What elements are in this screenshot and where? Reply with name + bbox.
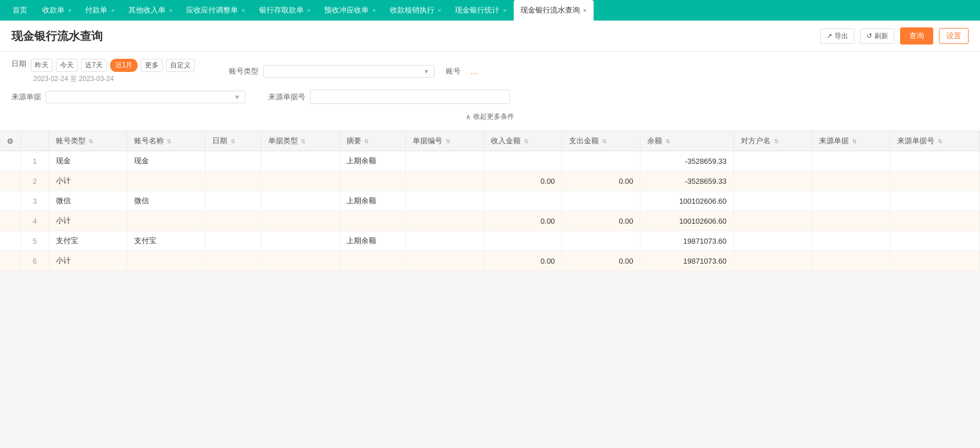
table-header-row: ⚙ 账号类型 ⇅ 账号名称 ⇅ 日期 ⇅ 单据类型 ⇅	[0, 131, 980, 151]
date-filter-group: 日期 昨天 今天 近7天 近1月 更多 自定义 2023-02-24 至 202…	[11, 59, 195, 84]
col-account-name[interactable]: 账号名称 ⇅	[127, 131, 205, 151]
source-doc-no-group: 来源单据号	[268, 90, 510, 104]
cell-balance: -3528659.33	[640, 171, 734, 191]
filter-row-1: 日期 昨天 今天 近7天 近1月 更多 自定义 2023-02-24 至 202…	[11, 59, 969, 84]
sort-icon-11: ⇅	[852, 138, 857, 144]
source-doc-no-input[interactable]	[310, 90, 510, 104]
cell-doc_type	[261, 231, 339, 251]
cell-summary: 上期余额	[339, 151, 405, 171]
sort-icon-5: ⇅	[364, 138, 369, 144]
close-icon-2[interactable]: ×	[169, 7, 172, 14]
col-account-type[interactable]: 账号类型 ⇅	[49, 131, 127, 151]
cell-source_doc_no	[890, 151, 980, 171]
cell-source_doc_no	[890, 231, 980, 251]
account-dots-button[interactable]: ...	[465, 66, 482, 76]
sort-icon-12: ⇅	[938, 138, 942, 144]
nav-item-8[interactable]: 现金银行流水查询 ×	[514, 0, 594, 21]
export-button[interactable]: ↗ 导出	[820, 29, 854, 44]
nav-item-4[interactable]: 银行存取款单 ×	[252, 0, 317, 21]
date-btn-more[interactable]: 更多	[141, 59, 163, 72]
cell-expense	[562, 151, 640, 171]
col-idx	[21, 131, 49, 151]
cell-account_type: 小计	[49, 211, 127, 231]
col-source-doc[interactable]: 来源单据 ⇅	[812, 131, 890, 151]
account-label: 账号	[446, 66, 461, 76]
nav-item-7[interactable]: 现金银行统计 ×	[448, 0, 513, 21]
nav-item-1[interactable]: 付款单 ×	[78, 0, 121, 21]
row-index: 1	[21, 151, 49, 171]
sort-icon-9: ⇅	[666, 138, 670, 144]
top-nav: 首页 收款单 × 付款单 × 其他收入单 × 应收应付调整单 × 银行存取款单 …	[0, 0, 980, 21]
close-icon-8[interactable]: ×	[583, 7, 587, 14]
nav-item-6[interactable]: 收款核销执行 ×	[383, 0, 448, 21]
col-doc-no[interactable]: 单据编号 ⇅	[406, 131, 484, 151]
collapse-button[interactable]: ∧ 收起更多条件	[463, 110, 517, 124]
chevron-down-icon: ▼	[423, 68, 429, 75]
nav-item-3[interactable]: 应收应付调整单 ×	[179, 0, 252, 21]
nav-item-0[interactable]: 收款单 ×	[35, 0, 78, 21]
date-range-display: 2023-02-24 至 2023-03-24	[33, 74, 195, 84]
query-button[interactable]: 查询	[900, 27, 933, 45]
cell-source_doc	[812, 171, 890, 191]
col-balance[interactable]: 余额 ⇅	[640, 131, 734, 151]
row-gear-cell	[0, 171, 21, 191]
cell-source_doc	[812, 231, 890, 251]
nav-home[interactable]: 首页	[5, 5, 35, 15]
cell-counterpart	[734, 211, 812, 231]
filter-area: 日期 昨天 今天 近7天 近1月 更多 自定义 2023-02-24 至 202…	[0, 52, 980, 131]
table-row: 3微信微信上期余额100102606.60	[0, 191, 980, 211]
close-icon-5[interactable]: ×	[372, 7, 376, 14]
col-source-doc-no[interactable]: 来源单据号 ⇅	[890, 131, 980, 151]
cell-income	[484, 231, 562, 251]
cell-doc_type	[261, 171, 339, 191]
cell-expense: 0.00	[562, 171, 640, 191]
close-icon-1[interactable]: ×	[111, 7, 114, 14]
cell-doc_type	[261, 191, 339, 211]
cell-source_doc	[812, 191, 890, 211]
nav-item-2[interactable]: 其他收入单 ×	[122, 0, 179, 21]
source-doc-group: 来源单据 ▼	[11, 91, 245, 103]
cell-summary: 上期余额	[339, 231, 405, 251]
cell-date	[205, 211, 261, 231]
cell-income: 0.00	[484, 251, 562, 271]
date-btn-yesterday[interactable]: 昨天	[31, 59, 53, 72]
sort-icon-8: ⇅	[602, 138, 607, 144]
nav-item-5[interactable]: 预收冲应收单 ×	[317, 0, 382, 21]
cell-counterpart	[734, 251, 812, 271]
col-date[interactable]: 日期 ⇅	[205, 131, 261, 151]
cell-date	[205, 171, 261, 191]
cell-counterpart	[734, 171, 812, 191]
source-doc-select[interactable]: ▼	[46, 91, 245, 103]
gear-icon[interactable]: ⚙	[7, 137, 14, 146]
cell-counterpart	[734, 151, 812, 171]
cell-doc_type	[261, 211, 339, 231]
cell-account_name: 微信	[127, 191, 205, 211]
date-btn-7days[interactable]: 近7天	[81, 59, 107, 72]
close-icon-3[interactable]: ×	[241, 7, 245, 14]
close-icon-4[interactable]: ×	[307, 7, 310, 14]
cell-account_type: 小计	[49, 251, 127, 271]
cell-balance: -3528659.33	[640, 151, 734, 171]
col-summary[interactable]: 摘要 ⇅	[339, 131, 405, 151]
date-btn-custom[interactable]: 自定义	[166, 59, 195, 72]
account-type-select[interactable]: ▼	[263, 65, 434, 78]
cell-balance: 19871073.60	[640, 251, 734, 271]
refresh-button[interactable]: ↺ 刷新	[860, 29, 894, 44]
settings-button[interactable]: 设置	[939, 28, 969, 44]
table-row: 1现金现金上期余额-3528659.33	[0, 151, 980, 171]
cell-date	[205, 231, 261, 251]
cell-account_type: 现金	[49, 151, 127, 171]
close-icon-7[interactable]: ×	[503, 7, 506, 14]
table-row: 6小计0.000.0019871073.60	[0, 251, 980, 271]
col-gear: ⚙	[0, 131, 21, 151]
row-gear-cell	[0, 151, 21, 171]
sort-icon-4: ⇅	[301, 138, 305, 144]
col-doc-type[interactable]: 单据类型 ⇅	[261, 131, 339, 151]
date-btn-today[interactable]: 今天	[56, 59, 78, 72]
col-income[interactable]: 收入金额 ⇅	[484, 131, 562, 151]
close-icon-6[interactable]: ×	[438, 7, 441, 14]
col-counterpart[interactable]: 对方户名 ⇅	[734, 131, 812, 151]
close-icon-0[interactable]: ×	[68, 7, 71, 14]
date-btn-1month[interactable]: 近1月	[110, 59, 138, 72]
col-expense[interactable]: 支出金额 ⇅	[562, 131, 640, 151]
